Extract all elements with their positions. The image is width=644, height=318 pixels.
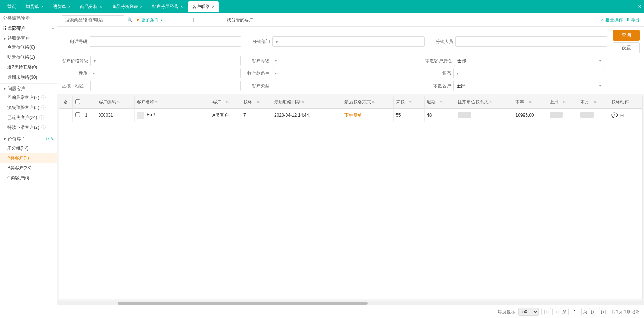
sidebar-item-repurchase[interactable]: 回购异常客户(2) ⓘ [0,93,57,103]
nature-select[interactable]: ▾ [90,68,241,78]
close-all-button[interactable]: × [638,3,641,10]
sidebar-search-bar[interactable]: 🔍 [0,13,57,23]
sidebar-item-7days[interactable]: 近7天待联络(0) [0,62,57,72]
col-settings[interactable]: ⚙ [59,96,72,109]
col-contact[interactable]: 联络... ⇅ [241,96,272,109]
purchase-label: 进货单 [53,4,66,10]
sort-unit-contact-icon: ⇅ [489,100,492,104]
settings-gear-icon[interactable]: ⚙ [64,100,68,105]
dept-select[interactable]: ▾ [272,36,424,47]
select-all-checkbox[interactable] [75,99,80,104]
col-category[interactable]: 客户... ⇅ [210,96,241,109]
first-page-button[interactable]: |◁ [541,308,551,315]
settings-button[interactable]: 设置 [613,42,640,53]
sidebar-item-tomorrow[interactable]: 明天待联络(1) [0,52,57,62]
filter-cell-sparse-attr: 零散客户属性 全部 ▾ [425,56,604,66]
my-customers-checkbox-label[interactable]: 我分管的客户 [167,17,253,23]
edit-icon[interactable]: ✎ [50,137,54,142]
row-last-method[interactable]: 下销货单 [342,109,394,122]
close-customer-segment-icon[interactable]: × [180,5,183,9]
sort-last-month-icon: ⇅ [563,100,566,104]
close-analysis-icon[interactable]: × [100,5,102,9]
customer-type-input[interactable] [272,81,423,91]
sidebar-item-overdue[interactable]: 逾期未联络(30) [0,73,57,82]
sidebar-item-declining[interactable]: 持续下滑客户(2) ⓘ [0,123,57,132]
my-customers-label: 我分管的客户 [227,17,253,23]
search-input[interactable] [62,15,124,24]
all-customers-header[interactable]: ⠿ 全部客户 « [0,23,57,34]
prev-page-button[interactable]: ◁ [552,308,561,315]
query-button[interactable]: 查询 [613,30,640,41]
last-method-link[interactable]: 下销货单 [344,113,362,118]
per-page-label: 每页显示 [498,309,515,315]
sparse-attr-select[interactable]: 全部 ▾ [454,56,604,66]
nav-tab-analysis-list[interactable]: 商品分析列表 × [107,1,147,12]
nav-tab-home[interactable]: 首页 [3,1,21,12]
col-last-date[interactable]: 最后联络日期 ⇅ [272,96,342,109]
batch-op-button[interactable]: ☑ 批量操作 [600,17,623,23]
per-page-select[interactable]: 50 100 200 [518,308,539,316]
customer-level-select[interactable]: ▾ [272,56,423,66]
col-last-method[interactable]: 最后联络方式 ⇅ [342,96,394,109]
sidebar-group-value[interactable]: ▼ 价值客户 ↻ ✎ [0,135,57,143]
nav-tab-analysis[interactable]: 商品分析 × [76,1,107,12]
col-this-month[interactable]: 本月... ⇅ [578,96,609,109]
search-icon[interactable]: 🔍 [127,17,133,22]
repurchase-label: 回购异常客户(2) [7,95,39,100]
sidebar-item-churned[interactable]: 已流失客户(24) ⓘ [0,113,57,123]
qr-icon[interactable]: ⊞ [620,112,624,118]
col-this-year[interactable]: 本年... ⇅ [513,96,547,109]
more-conditions-button[interactable]: ▼ 更多条件 ▲ [136,17,164,23]
col-not-contacted[interactable]: 未联... ⇅ [394,96,425,109]
close-customer-contact-icon[interactable]: × [212,5,214,9]
col-name[interactable]: 客户名称 ⇅ [135,96,210,109]
sidebar-item-today[interactable]: 今天待联络(0) [0,42,57,52]
row-name[interactable]: Ea？ [135,109,210,122]
scrollbar-thumb[interactable] [118,302,368,305]
region-input[interactable]: ··· [90,81,241,91]
phone-input[interactable] [90,36,242,47]
payment-select[interactable]: ▾ [272,68,423,78]
col-overdue[interactable]: 逾期... ⇅ [425,96,455,109]
sidebar-item-class-b[interactable]: B类客户(33) [0,163,57,173]
close-purchase-icon[interactable]: × [68,5,71,9]
customer-segment-label: 客户分层经营 [152,4,178,10]
sidebar-group-problem[interactable]: ▼ 问题客户 [0,84,57,93]
nav-tab-customer-segment[interactable]: 客户分层经营 × [147,1,187,12]
churned-label: 已流失客户(24) [7,115,37,120]
col-last-month[interactable]: 上月... ⇅ [547,96,578,109]
export-button[interactable]: ⬆ 导出 [626,17,640,23]
sidebar-item-class-c[interactable]: C类客户(6) [0,173,57,183]
status-select[interactable]: ▾ [453,68,604,78]
tomorrow-label: 明天待联络(1) [7,54,35,60]
row-checkbox-cell[interactable] [72,109,83,122]
nature-label: 性质 [62,70,87,77]
close-analysis-list-icon[interactable]: × [140,5,143,9]
sidebar-item-unclassified[interactable]: 未分组(32) [0,143,57,153]
sidebar-group-pending[interactable]: ▼ 待联络客户 [0,34,57,42]
person-input[interactable]: ··· [455,36,607,47]
sidebar-item-class-a[interactable]: A类客户(1) [0,153,57,163]
col-code[interactable]: 客户编码 ⇅ [96,96,135,109]
filter-row-2: 客户价格等级 ▾ 客户等级 ▾ 零散客户属性 全部 ▾ [62,56,640,66]
sidebar-search-input[interactable] [3,15,57,21]
price-level-select[interactable]: ▾ [90,56,241,66]
value-group-actions[interactable]: ↻ ✎ [45,137,54,142]
sparse-select[interactable]: 全部 ▾ [453,81,604,91]
chat-icon[interactable]: 💬 [611,112,618,118]
row-checkbox[interactable] [75,112,80,117]
col-unit-contact[interactable]: 往来单位联系人 ⇅ [455,96,513,109]
sidebar-item-churn-warning[interactable]: 流失预警客户(3) ⓘ [0,103,57,113]
nav-tab-purchase[interactable]: 进货单 × [49,1,75,12]
customer-level-caret-icon: ▾ [275,59,277,63]
col-checkbox[interactable] [72,96,83,109]
nav-tab-sales[interactable]: 销货单 × [21,1,48,12]
nav-tab-customer-contact[interactable]: 客户联络 × [188,1,219,12]
horizontal-scrollbar[interactable] [57,301,644,305]
my-customers-checkbox[interactable] [167,18,225,22]
last-page-button[interactable]: ▷| [599,308,608,315]
refresh-icon[interactable]: ↻ [45,137,49,142]
close-sales-icon[interactable]: × [41,5,43,9]
page-number-input[interactable] [568,308,582,315]
next-page-button[interactable]: ▷ [589,308,597,315]
